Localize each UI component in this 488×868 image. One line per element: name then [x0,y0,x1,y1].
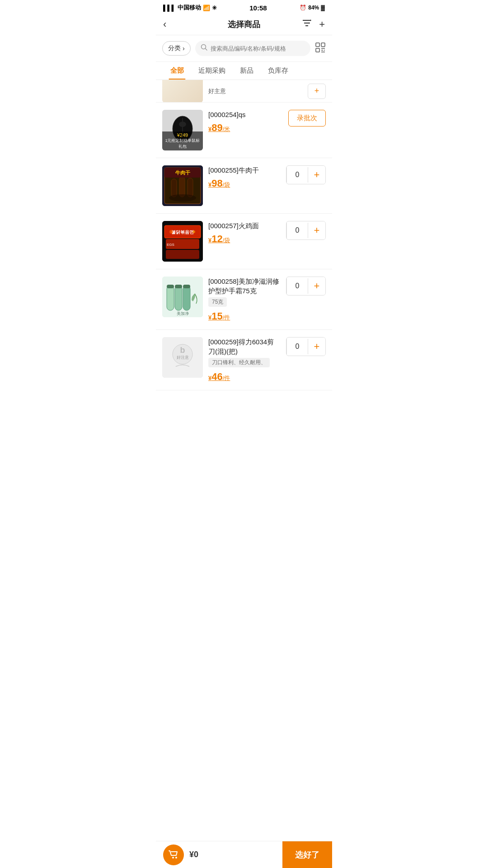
product-action: 0 + [286,165,326,184]
battery-icon: ▓ [321,5,325,11]
search-input[interactable] [211,45,305,52]
partial-scrolled-item: 好主意 + [156,80,332,103]
svg-marker-3 [310,19,311,21]
product-name: [0000254]qs [208,110,283,119]
svg-rect-7 [316,43,319,47]
svg-point-33 [169,230,173,234]
product-image: ¥249 1元抢定制稳单鼠标礼包 [162,110,203,150]
svg-rect-23 [188,178,193,197]
quantity-increment-button[interactable]: + [308,221,325,239]
svg-text:好注意: 好注意 [177,355,189,360]
svg-point-48 [172,857,174,859]
cart-button[interactable] [163,845,184,865]
svg-rect-9 [316,48,319,52]
product-info: [0000259]得力6034剪刀(混)(把) 刀口锋利、经久耐用、 ¥46/件 [208,337,281,383]
product-name: [0000259]得力6034剪刀(混)(把) [208,337,281,356]
product-action: 录批次 [288,110,326,127]
svg-text:EGS: EGS [167,243,174,247]
product-info: [0000254]qs ¥89/米 [208,110,283,134]
search-box[interactable] [195,41,310,56]
quantity-increment-button[interactable]: + [308,338,325,356]
product-info: [0000255]牛肉干 ¥98/袋 [208,165,281,189]
svg-rect-32 [166,250,199,259]
product-item: b 好注意 [0000259]得力6034剪刀(混)(把) 刀口锋利、经久耐用、… [156,330,332,390]
quantity-increment-button[interactable]: + [308,166,325,184]
search-row: 分类 › [156,35,332,62]
svg-rect-40 [167,285,174,288]
tab-negative[interactable]: 负库存 [261,62,296,80]
search-icon [201,44,208,53]
status-time: 10:58 [249,4,267,12]
quantity-display: 0 [286,339,308,354]
product-image: 牛肉干 [162,165,203,206]
confirm-button[interactable]: 选好了 [282,841,332,868]
svg-point-24 [169,194,196,202]
add-icon[interactable]: + [319,19,325,30]
svg-rect-37 [167,286,174,310]
product-action: 0 + [286,337,326,356]
record-batch-button[interactable]: 录批次 [288,110,326,127]
product-image: 불닭볶음면 EGS [162,221,203,262]
product-info: [0000257]火鸡面 ¥12/袋 [208,221,281,245]
product-name: [0000257]火鸡面 [208,221,281,230]
product-list: ¥249 1元抢定制稳单鼠标礼包 [0000254]qs ¥89/米 录批次 [156,103,332,427]
scan-icon[interactable] [315,42,326,55]
product-item: 불닭볶음면 EGS [0000257]火鸡面 ¥12/袋 0 + [156,214,332,269]
product-action: 0 + [286,221,326,240]
svg-point-34 [192,230,195,233]
svg-rect-41 [175,285,182,288]
product-price: ¥15/件 [208,313,230,321]
wifi-icon: 📶 [203,5,210,11]
quantity-increment-button[interactable]: + [308,277,325,295]
quantity-control: 0 + [286,165,326,184]
alarm-icon: ⏰ [300,5,306,11]
product-item: ¥249 1元抢定制稳单鼠标礼包 [0000254]qs ¥89/米 录批次 [156,103,332,158]
chevron-right-icon: › [183,45,185,52]
svg-rect-21 [171,179,177,197]
product-image: b 好注意 [162,337,203,378]
product-item: 美加净 [0000258]美加净滋润修护型护手霜75克 75克 ¥15/件 0 … [156,269,332,330]
cart-total: ¥0 [189,850,198,859]
back-button[interactable]: ‹ [163,19,166,30]
bottom-bar: ¥0 选好了 [156,841,332,868]
carrier-name: 中国移动 [178,4,201,12]
tab-recent[interactable]: 近期采购 [191,62,233,80]
product-action: 0 + [286,277,326,296]
filter-icon[interactable] [302,18,312,30]
svg-marker-4 [309,22,310,24]
svg-text:b: b [180,346,185,355]
svg-rect-38 [175,286,182,310]
product-item: 牛肉干 [0000255]牛肉干 ¥98/袋 0 + [156,158,332,214]
quantity-control: 0 + [286,277,326,296]
category-button[interactable]: 分类 › [162,41,191,56]
tab-bar: 全部 近期采购 新品 负库存 [156,62,332,80]
tab-all[interactable]: 全部 [163,62,191,80]
partial-text: 好主意 [208,87,226,95]
quantity-display: 0 [286,167,308,183]
svg-point-49 [175,857,177,859]
svg-text:牛肉干: 牛肉干 [175,170,191,175]
svg-rect-8 [321,43,325,47]
svg-rect-22 [179,177,185,197]
product-price: ¥12/袋 [208,236,230,244]
status-left: ▌▌▌ 中国移动 📶 ✳ [163,4,217,12]
product-price: ¥46/件 [208,374,230,381]
quantity-control: 0 + [286,221,326,240]
quantity-display: 0 [286,278,308,294]
quantity-control: 0 + [286,337,326,356]
header: ‹ 选择商品 + [156,14,332,35]
product-price: ¥89/米 [208,125,230,132]
svg-text:불닭볶음면: 불닭볶음면 [171,230,194,235]
quantity-display: 0 [286,223,308,238]
svg-rect-39 [183,286,190,310]
tab-new[interactable]: 新品 [233,62,261,80]
signal-icon: ▌▌▌ [163,5,176,11]
product-tag: 刀口锋利、经久耐用、 [208,358,270,367]
product-name: [0000258]美加净滋润修护型护手霜75克 [208,277,281,296]
product-price: ¥98/袋 [208,180,230,188]
category-label: 分类 [168,44,181,52]
status-bar: ▌▌▌ 中国移动 📶 ✳ 10:58 ⏰ 84% ▓ [156,0,332,14]
product-badge: ¥249 1元抢定制稳单鼠标礼包 [162,131,203,150]
svg-rect-42 [183,285,190,288]
svg-text:美加净: 美加净 [177,311,189,316]
